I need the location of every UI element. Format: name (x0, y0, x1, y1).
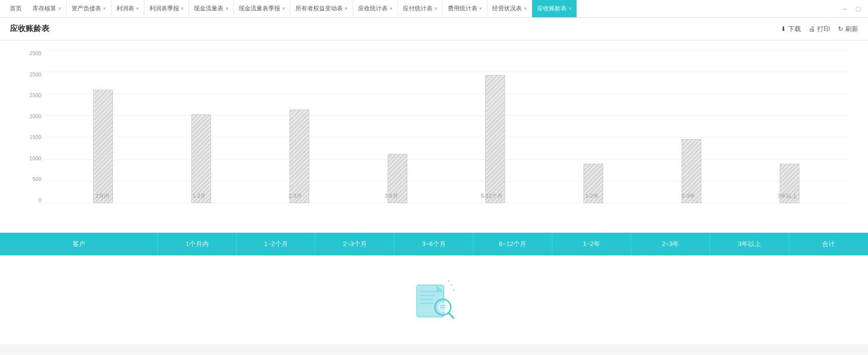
tab-close-profit[interactable]: × (136, 6, 139, 11)
download-label: 下载 (788, 25, 801, 34)
th-3year-plus: 3年以上 (710, 233, 789, 255)
th-3-6month: 3~6个月 (395, 233, 473, 255)
svg-rect-2 (421, 295, 435, 296)
bar-5 (485, 75, 505, 203)
tab-close-payable-stat[interactable]: × (434, 6, 437, 11)
empty-state (0, 255, 868, 344)
x-label-7: 2-3年 (682, 188, 695, 203)
tab-balance[interactable]: 资产负债表 × (67, 0, 111, 18)
tab-cashflow[interactable]: 现金流量表 × (189, 0, 234, 18)
tab-controls: − □ (838, 3, 864, 15)
refresh-button[interactable]: ↻ 刷新 (838, 25, 858, 34)
chart-container: 2500 2500 2500 2000 1500 1000 500 0 (20, 50, 848, 218)
th-2-3year: 2~3年 (631, 233, 710, 255)
tab-home[interactable]: 首页 (4, 4, 28, 13)
main-content: 2500 2500 2500 2000 1500 1000 500 0 (0, 40, 868, 344)
y-label-0: 0 (38, 197, 41, 203)
tab-inventory[interactable]: 库存核算 × (28, 0, 67, 18)
bar-group-1 (93, 90, 113, 203)
tab-close-receivable-stat[interactable]: × (390, 6, 393, 11)
header-actions: ⬇ 下载 🖨 打印 ↻ 刷新 (781, 25, 858, 34)
download-icon: ⬇ (781, 25, 786, 33)
tab-profit-quarterly[interactable]: 利润表季报 × (145, 0, 189, 18)
chart-inner: 1月内 1-2月 2-3月 3-6月 6-12个月 1-2年 2-3年 3年以上 (44, 50, 848, 203)
tab-close-aging[interactable]: × (569, 6, 572, 11)
x-labels: 1月内 1-2月 2-3月 3-6月 6-12个月 1-2年 2-3年 3年以上 (44, 188, 848, 203)
tab-close-operation[interactable]: × (524, 6, 527, 11)
print-label: 打印 (817, 25, 830, 34)
svg-point-12 (448, 281, 450, 282)
bar-1 (93, 90, 113, 203)
tab-expense-stat[interactable]: 费用统计表 × (443, 0, 488, 18)
th-1-2year: 1~2年 (552, 233, 631, 255)
tab-aging[interactable]: 应收账龄表 × (532, 0, 577, 18)
tab-close-equity[interactable]: × (345, 6, 348, 11)
x-label-1: 1月内 (96, 188, 109, 203)
table-header: 客户 1个月内 1~2个月 2~3个月 3~6个月 6~12个月 1~2年 2~… (0, 233, 868, 255)
tab-close-balance[interactable]: × (103, 6, 106, 11)
y-label-2000: 2500 (30, 71, 41, 77)
x-label-8: 3年以上 (778, 188, 797, 203)
y-label-1500: 2500 (30, 92, 41, 98)
svg-rect-1 (421, 291, 438, 292)
page-header: 应收账龄表 ⬇ 下载 🖨 打印 ↻ 刷新 (0, 18, 868, 40)
th-1month: 1个月内 (158, 233, 237, 255)
y-label-0-1: 1000 (30, 155, 41, 161)
x-label-4: 3-6月 (385, 188, 398, 203)
tab-payable-stat[interactable]: 应付统计表 × (398, 0, 443, 18)
tab-profit[interactable]: 利润表 × (111, 0, 145, 18)
th-total: 合计 (789, 233, 868, 255)
svg-point-10 (450, 284, 452, 286)
svg-rect-4 (421, 303, 434, 304)
tab-close-cashflow-quarterly[interactable]: × (282, 6, 285, 11)
svg-line-7 (449, 313, 454, 318)
download-button[interactable]: ⬇ 下载 (781, 25, 801, 34)
y-label-500: 1500 (30, 134, 41, 140)
empty-icon (409, 275, 459, 324)
th-customer: 客户 (0, 233, 158, 255)
print-icon: 🖨 (809, 25, 815, 33)
bars-area (44, 50, 848, 203)
x-label-6: 1-2年 (585, 188, 599, 203)
refresh-label: 刷新 (845, 25, 858, 34)
th-2-3month: 2~3个月 (316, 233, 395, 255)
x-label-3: 2-3月 (289, 188, 302, 203)
y-axis: 2500 2500 2500 2000 1500 1000 500 0 (20, 50, 44, 203)
print-button[interactable]: 🖨 打印 (809, 25, 830, 34)
chart-area: 2500 2500 2500 2000 1500 1000 500 0 (0, 40, 868, 233)
tab-cashflow-quarterly[interactable]: 现金流量表季报 × (234, 0, 290, 18)
tab-receivable-stat[interactable]: 应收统计表 × (353, 0, 398, 18)
bar-group-5 (485, 75, 505, 203)
tab-close-inventory[interactable]: × (58, 6, 61, 11)
tab-equity[interactable]: 所有者权益变动表 × (290, 0, 353, 18)
maximize-button[interactable]: □ (852, 3, 864, 15)
tab-close-profit-quarterly[interactable]: × (181, 6, 184, 11)
th-1-2month: 1~2个月 (237, 233, 316, 255)
tab-close-cashflow[interactable]: × (225, 6, 228, 11)
y-label-0-2: 500 (33, 176, 41, 182)
th-6-12month: 6~12个月 (473, 233, 552, 255)
svg-point-6 (438, 302, 448, 312)
page-title: 应收账龄表 (10, 24, 49, 34)
y-label-1000: 2000 (30, 113, 41, 119)
tab-close-expense-stat[interactable]: × (479, 6, 482, 11)
tab-operation[interactable]: 经营状况表 × (487, 0, 532, 18)
x-label-5: 6-12个月 (481, 188, 503, 203)
minimize-button[interactable]: − (838, 3, 850, 15)
svg-point-11 (453, 289, 455, 291)
x-label-2: 1-2月 (192, 188, 206, 203)
refresh-icon: ↻ (838, 25, 843, 33)
tab-bar: 首页 库存核算 × 资产负债表 × 利润表 × 利润表季报 × 现金流量表 × … (0, 0, 868, 18)
svg-rect-3 (421, 299, 433, 300)
y-label-2500: 2500 (30, 50, 41, 56)
